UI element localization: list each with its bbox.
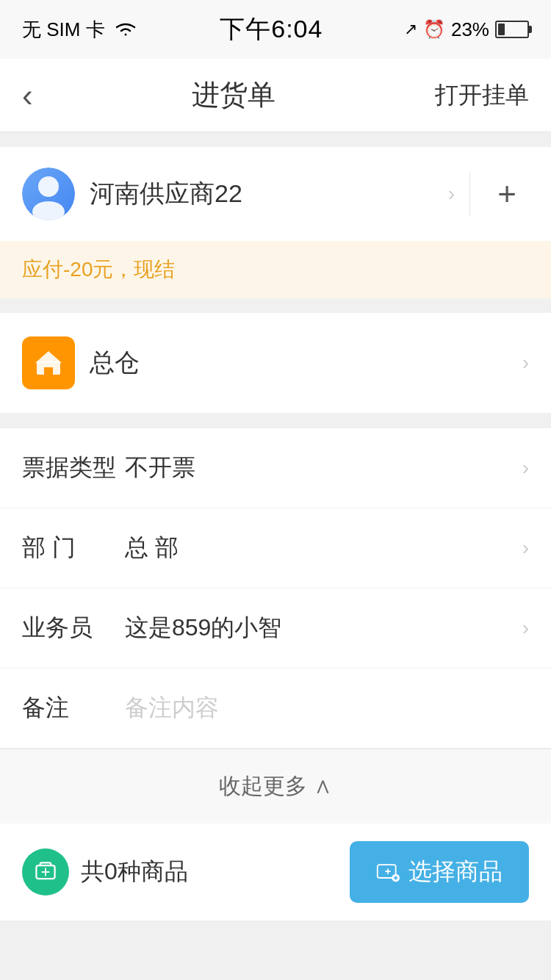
battery-percent: 23% xyxy=(451,18,489,41)
note-label: 备注 xyxy=(22,692,125,724)
nav-bar: ‹ 进货单 打开挂单 xyxy=(0,59,551,132)
department-chevron-icon: › xyxy=(522,536,529,560)
department-value: 总 部 xyxy=(125,532,522,564)
warehouse-chevron-icon: › xyxy=(522,351,529,375)
form-divider xyxy=(0,414,551,428)
collapse-button[interactable]: 收起更多 ∧ xyxy=(0,749,551,824)
cart-icon xyxy=(32,859,59,885)
middle-divider xyxy=(0,298,551,313)
plus-icon: + xyxy=(497,178,516,210)
status-right: ↗ ⏰ 23% xyxy=(404,18,529,41)
status-time: 下午6:04 xyxy=(220,12,323,46)
svg-point-1 xyxy=(32,201,65,220)
salesperson-label: 业务员 xyxy=(22,612,125,644)
product-count-text: 共0种商品 xyxy=(81,856,188,888)
supplier-row[interactable]: 河南供应商22 › + xyxy=(0,147,551,241)
invoice-type-value: 不开票 xyxy=(125,452,522,484)
warehouse-icon-wrap xyxy=(22,336,75,389)
warehouse-name: 总仓 xyxy=(90,346,522,380)
wifi-icon xyxy=(112,20,139,39)
divider xyxy=(469,172,470,216)
select-product-label: 选择商品 xyxy=(408,856,503,888)
status-bar: 无 SIM 卡 下午6:04 ↗ ⏰ 23% xyxy=(0,0,551,59)
back-button[interactable]: ‹ xyxy=(22,79,33,112)
alarm-icon: ⏰ xyxy=(423,19,445,40)
carrier-text: 无 SIM 卡 xyxy=(22,17,105,43)
supplier-chevron-icon: › xyxy=(448,182,455,206)
supplier-section: 河南供应商22 › + 应付-20元，现结 xyxy=(0,147,551,298)
svg-marker-3 xyxy=(35,351,62,363)
invoice-type-chevron-icon: › xyxy=(522,456,529,480)
status-carrier: 无 SIM 卡 xyxy=(22,17,139,43)
product-icon-wrap xyxy=(22,849,69,896)
back-icon: ‹ xyxy=(22,79,33,112)
bottom-section: 共0种商品 选择商品 xyxy=(0,824,551,920)
location-icon: ↗ xyxy=(404,20,417,39)
notice-banner: 应付-20元，现结 xyxy=(0,241,551,298)
note-row[interactable]: 备注 备注内容 xyxy=(0,669,551,749)
salesperson-row[interactable]: 业务员 这是859的小智 › xyxy=(0,588,551,669)
invoice-type-row[interactable]: 票据类型 不开票 › xyxy=(0,428,551,508)
top-divider xyxy=(0,132,551,147)
supplier-avatar xyxy=(22,167,75,220)
add-supplier-button[interactable]: + xyxy=(485,172,529,216)
department-label: 部 门 xyxy=(22,532,125,564)
battery-icon xyxy=(495,21,529,38)
main-background xyxy=(0,920,551,980)
page-title: 进货单 xyxy=(192,76,276,114)
invoice-type-label: 票据类型 xyxy=(22,452,125,484)
svg-rect-4 xyxy=(44,367,53,375)
warehouse-section: 总仓 › xyxy=(0,313,551,414)
salesperson-value: 这是859的小智 xyxy=(125,612,522,644)
person-icon xyxy=(22,167,75,220)
supplier-name: 河南供应商22 xyxy=(90,177,448,211)
product-count-wrap: 共0种商品 xyxy=(22,849,188,896)
form-section: 票据类型 不开票 › 部 门 总 部 › 业务员 这是859的小智 › 备注 备… xyxy=(0,428,551,824)
warehouse-row[interactable]: 总仓 › xyxy=(0,313,551,414)
note-input[interactable]: 备注内容 xyxy=(125,692,529,724)
open-pending-button[interactable]: 打开挂单 xyxy=(435,79,529,112)
svg-point-0 xyxy=(38,176,59,197)
warehouse-icon xyxy=(34,348,63,378)
select-product-button[interactable]: 选择商品 xyxy=(350,841,529,903)
salesperson-chevron-icon: › xyxy=(522,616,529,640)
department-row[interactable]: 部 门 总 部 › xyxy=(0,508,551,588)
select-product-icon xyxy=(376,862,400,882)
collapse-label: 收起更多 ∧ xyxy=(219,771,331,801)
